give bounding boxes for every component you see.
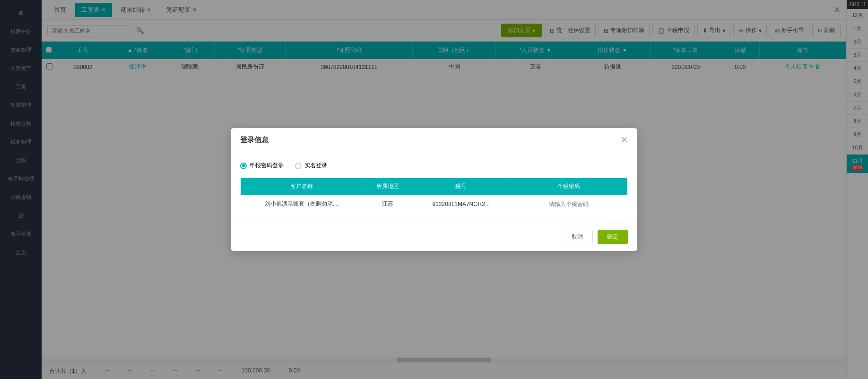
tax-no-cell: 91320811MA7NGR2... — [412, 195, 510, 213]
tax-pwd-cell[interactable] — [510, 195, 628, 213]
region-cell: 江苏 — [363, 195, 412, 213]
radio-password-circle — [240, 163, 247, 169]
radio-realname-login[interactable]: 实名登录 — [295, 162, 327, 170]
dialog-footer: 取消 确定 — [231, 223, 637, 251]
dialog-close-btn[interactable]: ✕ — [621, 135, 628, 145]
tax-pwd-input[interactable] — [516, 201, 622, 207]
col-tax-pwd: 个税密码 — [510, 178, 628, 196]
login-info-table: 客户名称 所属地区 税号 个税密码 刘小艳演示账套（勿删勿动.... 江苏 91… — [240, 177, 628, 213]
cancel-button[interactable]: 取消 — [562, 230, 593, 244]
radio-realname-circle — [295, 163, 302, 169]
dialog-table-row: 刘小艳演示账套（勿删勿动.... 江苏 91320811MA7NGR2... — [241, 195, 628, 213]
login-dialog: 登录信息 ✕ 申报密码登录 实名登录 客户名称 所属地区 — [231, 128, 637, 251]
client-name-cell: 刘小艳演示账套（勿删勿动.... — [241, 195, 363, 213]
radio-group: 申报密码登录 实名登录 — [240, 162, 628, 170]
dialog-body: 申报密码登录 实名登录 客户名称 所属地区 税号 个税密码 — [231, 152, 637, 223]
dialog-overlay[interactable]: 登录信息 ✕ 申报密码登录 实名登录 客户名称 所属地区 — [0, 0, 868, 379]
col-client-name: 客户名称 — [241, 178, 363, 196]
radio-realname-label: 实名登录 — [304, 162, 327, 170]
confirm-button[interactable]: 确定 — [598, 230, 628, 244]
radio-password-label: 申报密码登录 — [250, 162, 284, 170]
radio-password-login[interactable]: 申报密码登录 — [240, 162, 284, 170]
dialog-header: 登录信息 ✕ — [231, 128, 637, 152]
dialog-title: 登录信息 — [240, 136, 269, 145]
col-tax-no: 税号 — [412, 178, 510, 196]
col-region: 所属地区 — [363, 178, 412, 196]
